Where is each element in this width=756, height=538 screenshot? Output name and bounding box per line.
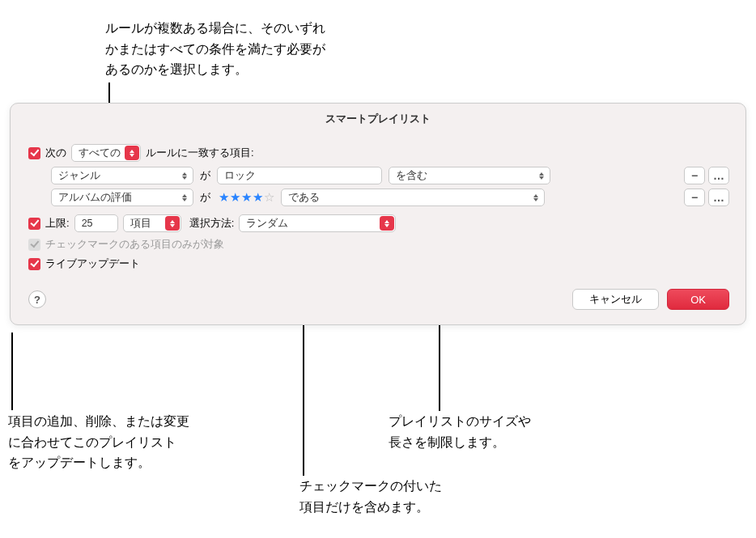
cancel-button[interactable]: キャンセル — [572, 289, 659, 310]
callout-limit: プレイリストのサイズや 長さを制限します。 — [389, 411, 531, 452]
checked-only-checkbox — [28, 239, 40, 251]
callout-live-update: 項目の追加、削除、または変更 に合わせてこのプレイリスト をアップデートします。 — [8, 411, 189, 473]
rule-field-value: ジャンル — [58, 169, 100, 183]
rule-operator-value: を含む — [396, 169, 427, 183]
star-icon: ★ — [219, 190, 229, 205]
remove-rule-button[interactable]: − — [684, 167, 705, 184]
dialog-footer: ? キャンセル OK — [28, 289, 729, 310]
help-button[interactable]: ? — [28, 290, 46, 308]
callout-leader — [11, 333, 13, 410]
limit-checkbox[interactable] — [28, 218, 40, 230]
updown-icon — [380, 216, 394, 231]
updown-icon — [165, 216, 180, 231]
star-empty-icon: ☆ — [264, 190, 274, 205]
rule-joiner: が — [200, 190, 210, 205]
remove-rule-button[interactable]: − — [684, 189, 705, 206]
dialog-title: スマートプレイリスト — [11, 104, 745, 133]
live-update-label: ライブアップデート — [45, 256, 140, 271]
star-icon: ★ — [241, 190, 252, 205]
limit-method-value: ランダム — [246, 217, 288, 231]
updown-icon — [125, 146, 139, 160]
callout-checked-only: チェックマークの付いた 項目だけを含めます。 — [299, 476, 442, 517]
match-mode-value: すべての — [79, 146, 121, 160]
limit-method-select[interactable]: ランダム — [239, 214, 396, 232]
updown-icon — [534, 168, 549, 183]
live-update-row: ライブアップデート — [28, 256, 729, 271]
rule-value-input[interactable] — [217, 167, 382, 184]
match-mode-select[interactable]: すべての — [71, 144, 141, 162]
limit-value-input[interactable] — [74, 214, 118, 232]
rule-row: ジャンル が を含む − … — [51, 167, 729, 184]
rule-more-button[interactable]: … — [708, 189, 729, 206]
rule-joiner: が — [200, 168, 210, 183]
rule-more-button[interactable]: … — [708, 167, 729, 184]
live-update-checkbox[interactable] — [28, 258, 40, 270]
limit-row: 上限: 項目 選択方法: ランダム — [28, 214, 729, 232]
checked-only-label: チェックマークのある項目のみが対象 — [45, 237, 224, 252]
limit-label: 上限: — [45, 216, 70, 231]
smart-playlist-dialog: スマートプレイリスト 次の すべての ルールに一致する項目: ジャンル が — [10, 103, 746, 325]
ok-button[interactable]: OK — [667, 289, 729, 310]
rule-operator-select[interactable]: である — [281, 189, 545, 206]
match-prefix: 次の — [45, 146, 66, 160]
rating-stars[interactable]: ★ ★ ★ ★ ☆ — [217, 190, 274, 205]
checked-only-row: チェックマークのある項目のみが対象 — [28, 237, 729, 252]
updown-icon — [529, 190, 543, 205]
updown-icon — [177, 190, 192, 205]
limit-unit-value: 項目 — [130, 217, 151, 231]
star-icon: ★ — [230, 190, 240, 205]
rule-field-select[interactable]: ジャンル — [51, 167, 193, 184]
rules-block: ジャンル が を含む − … アルバムの評価 が — [51, 167, 729, 206]
rule-operator-value: である — [288, 191, 320, 205]
callout-match-mode: ルールが複数ある場合に、そのいずれ かまたはすべての条件を満たす必要が あるのか… — [105, 18, 325, 80]
rule-field-select[interactable]: アルバムの評価 — [51, 189, 193, 206]
star-icon: ★ — [253, 190, 263, 205]
rule-operator-select[interactable]: を含む — [389, 167, 550, 184]
match-suffix: ルールに一致する項目: — [146, 146, 254, 160]
updown-icon — [177, 168, 192, 183]
limit-unit-select[interactable]: 項目 — [123, 214, 181, 232]
limit-method-label: 選択方法: — [189, 216, 235, 231]
rule-row: アルバムの評価 が ★ ★ ★ ★ ☆ である − … — [51, 189, 729, 206]
match-row: 次の すべての ルールに一致する項目: — [28, 144, 729, 162]
rule-field-value: アルバムの評価 — [58, 191, 132, 205]
match-checkbox[interactable] — [28, 147, 40, 159]
